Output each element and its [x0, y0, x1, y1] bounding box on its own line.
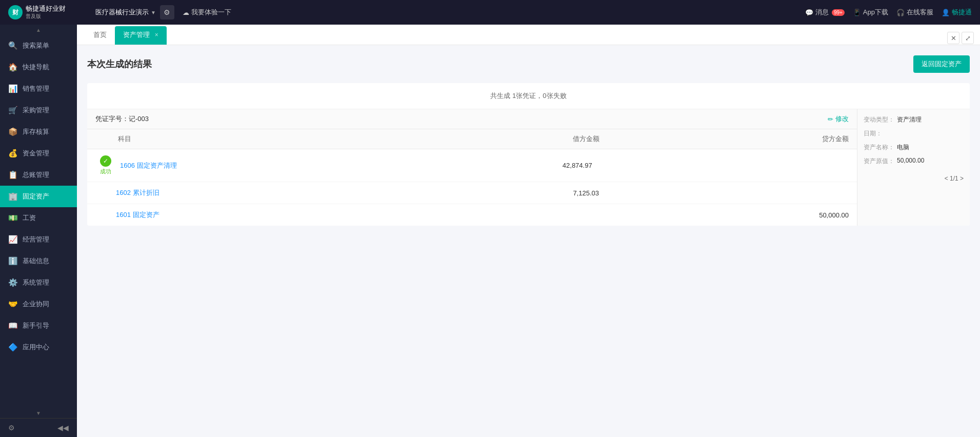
sidebar-item-label: 快捷导航 — [23, 63, 49, 72]
sidebar-item-quicknav[interactable]: 🏠 快捷导航 — [0, 56, 77, 78]
chart-icon: 📊 — [8, 84, 17, 93]
tab-home[interactable]: 首页 — [85, 26, 115, 45]
collapse-sidebar-icon[interactable]: ◀◀ — [57, 424, 69, 432]
sidebar-item-label: 新手引导 — [23, 321, 49, 330]
sidebar-item-finance[interactable]: 💰 资金管理 — [0, 143, 77, 164]
edit-label: 修改 — [835, 114, 849, 124]
voucher-main: 凭证字号：记-003 ✏ 修改 科目 借方 — [87, 109, 857, 226]
sidebar-item-payroll[interactable]: 💵 工资 — [0, 207, 77, 229]
voucher-header-row: 凭证字号：记-003 ✏ 修改 — [87, 109, 857, 129]
result-card: 共生成 1张凭证，0张失败 凭证字号：记-003 ✏ 修改 — [87, 83, 970, 226]
mobile-icon: 📱 — [853, 9, 861, 16]
experience-button[interactable]: ☁ 我要体验一下 — [183, 8, 231, 17]
page-title: 本次生成的结果 — [87, 58, 152, 70]
banknote-icon: 💵 — [8, 213, 17, 223]
sidebar-item-appstore[interactable]: 🔷 应用中心 — [0, 336, 77, 358]
company-name: 医疗器械行业演示 — [95, 8, 149, 17]
pagination-label: < 1/1 > — [945, 175, 964, 182]
tab-asset-management[interactable]: 资产管理 × — [115, 26, 167, 45]
cell-credit-3: 50,000.00 — [607, 205, 857, 225]
change-type-value: 资产清理 — [897, 115, 922, 124]
back-to-fixed-assets-button[interactable]: 返回固定资产 — [913, 55, 970, 73]
message-button[interactable]: 💬 消息 99+ — [805, 8, 845, 17]
side-panel-asset-value: 资产原值： 50,000.00 — [864, 157, 964, 166]
gear-icon: ⚙️ — [8, 278, 17, 287]
sidebar-item-purchase[interactable]: 🛒 采购管理 — [0, 100, 77, 121]
side-panel-asset-name: 资产名称： 电脑 — [864, 143, 964, 152]
cell-subject-1: ✓ 成功 1606 固定资产清理 — [87, 149, 344, 182]
message-badge: 99+ — [832, 9, 845, 16]
close-window-button[interactable]: ✕ — [947, 32, 959, 44]
message-label: 消息 — [815, 8, 829, 17]
sidebar-item-fixed-assets[interactable]: 🏢 固定资产 — [0, 186, 77, 207]
sidebar-item-inventory[interactable]: 📦 库存核算 — [0, 121, 77, 143]
voucher-number: 凭证字号：记-003 — [95, 114, 149, 124]
user-icon: 👤 — [942, 9, 950, 16]
pagination[interactable]: < 1/1 > — [864, 171, 964, 182]
sidebar-scroll: 🔍 搜索菜单 🏠 快捷导航 📊 销售管理 🛒 采购管理 📦 库存核算 💰 — [0, 35, 77, 408]
trending-icon: 📈 — [8, 235, 17, 244]
summary-text: 共生成 1张凭证，0张失败 — [490, 92, 566, 100]
cell-debit-1: 42,874.97 — [344, 155, 600, 175]
side-panel-change-type: 变动类型： 资产清理 — [864, 115, 964, 124]
table-row: ✓ 成功 1606 固定资产清理 42,874.97 — [87, 149, 857, 182]
user-area[interactable]: 👤 畅捷通 — [942, 8, 972, 17]
sidebar-item-guide[interactable]: 📖 新手引导 — [0, 315, 77, 336]
edit-icon: ✏ — [828, 115, 833, 123]
sidebar-item-sales[interactable]: 📊 销售管理 — [0, 78, 77, 100]
box-icon: 📦 — [8, 127, 17, 136]
settings-bottom-icon[interactable]: ⚙ — [8, 424, 15, 432]
sidebar-item-label: 库存核算 — [23, 127, 49, 136]
page-header: 本次生成的结果 返回固定资产 — [87, 55, 970, 73]
cell-subject-2: 1602 累计折旧 — [87, 182, 357, 204]
search-icon: 🔍 — [8, 41, 17, 50]
sidebar-item-label: 总账管理 — [23, 170, 49, 180]
sidebar-scroll-up[interactable]: ▲ — [0, 25, 77, 35]
sidebar-item-ledger[interactable]: 📋 总账管理 — [0, 164, 77, 186]
asset-value-value: 50,000.00 — [897, 157, 924, 166]
subject-link-2[interactable]: 1602 累计折旧 — [116, 188, 159, 197]
sidebar-item-basic-info[interactable]: ℹ️ 基础信息 — [0, 250, 77, 272]
sidebar-item-label: 应用中心 — [23, 343, 49, 352]
cell-subject-3: 1601 固定资产 — [87, 204, 357, 226]
change-type-label: 变动类型： — [864, 115, 897, 124]
maximize-window-button[interactable]: ⤢ — [962, 32, 974, 44]
edit-voucher-button[interactable]: ✏ 修改 — [828, 114, 849, 124]
user-name: 畅捷通 — [952, 8, 972, 17]
tab-bar: 首页 资产管理 × — [77, 25, 980, 45]
cell-debit-2: 7,125.03 — [357, 183, 607, 203]
cloud-icon: ☁ — [183, 9, 189, 16]
main-layout: ▲ 🔍 搜索菜单 🏠 快捷导航 📊 销售管理 🛒 采购管理 📦 库存核算 — [0, 25, 980, 437]
building-icon: 🏢 — [8, 192, 17, 201]
sidebar-item-business[interactable]: 📈 经营管理 — [0, 229, 77, 250]
sidebar-item-search[interactable]: 🔍 搜索菜单 — [0, 35, 77, 56]
app-download-button[interactable]: 📱 App下载 — [853, 8, 888, 17]
sidebar-scroll-down[interactable]: ▼ — [0, 408, 77, 418]
sidebar-item-label: 资金管理 — [23, 149, 49, 158]
cell-debit-3 — [357, 209, 607, 221]
check-icon: ✓ — [100, 155, 111, 167]
voucher-section: 凭证字号：记-003 ✏ 修改 科目 借方 — [87, 109, 970, 226]
online-service-button[interactable]: 🎧 在线客服 — [896, 8, 933, 17]
sidebar-item-cooperation[interactable]: 🤝 企业协同 — [0, 293, 77, 315]
cell-credit-1 — [601, 160, 857, 172]
app-edition: 普及版 — [26, 13, 66, 20]
subject-link-1[interactable]: 1606 固定资产清理 — [120, 161, 177, 170]
subject-link-3[interactable]: 1601 固定资产 — [116, 210, 159, 220]
sidebar-item-label: 经营管理 — [23, 235, 49, 244]
settings-icon[interactable]: ⚙ — [160, 5, 174, 19]
headset-icon: 🎧 — [896, 9, 905, 16]
app-download-label: App下载 — [863, 8, 888, 17]
header-debit: 借方金额 — [359, 129, 608, 149]
company-selector[interactable]: 医疗器械行业演示 ▼ — [95, 8, 156, 17]
online-service-label: 在线客服 — [907, 8, 933, 17]
chevron-down-icon: ▼ — [151, 10, 156, 15]
sidebar-item-label: 企业协同 — [23, 300, 49, 309]
tab-close-icon[interactable]: × — [155, 31, 158, 38]
cell-credit-2 — [607, 187, 857, 199]
sidebar-item-label: 固定资产 — [23, 192, 49, 201]
clipboard-icon: 📋 — [8, 170, 17, 180]
sidebar-item-system[interactable]: ⚙️ 系统管理 — [0, 272, 77, 293]
book-icon: 📖 — [8, 321, 17, 330]
home-icon: 🏠 — [8, 63, 17, 72]
